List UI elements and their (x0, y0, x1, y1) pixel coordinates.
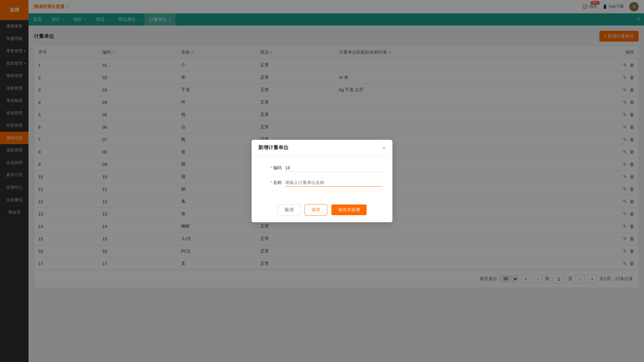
save-continue-button[interactable]: 保存并新增 (331, 204, 367, 215)
cancel-button[interactable]: 取消 (278, 204, 301, 216)
modal-close-button[interactable]: × (382, 145, 386, 151)
modal-body: 编码 名称 (252, 156, 392, 199)
modal-header: 新增计量单位 × (252, 140, 392, 156)
modal-overlay: 新增计量单位 × 编码 名称 取消 保存 保存并新增 (0, 0, 644, 362)
modal-footer: 取消 保存 保存并新增 (252, 199, 392, 222)
form-row-code: 编码 (262, 164, 382, 172)
name-input[interactable] (285, 179, 382, 187)
code-input[interactable] (285, 164, 382, 172)
code-label: 编码 (262, 165, 282, 171)
save-button[interactable]: 保存 (305, 204, 327, 216)
modal-title: 新增计量单位 (258, 144, 288, 151)
form-row-name: 名称 (262, 179, 382, 187)
name-label: 名称 (262, 180, 282, 186)
add-unit-modal: 新增计量单位 × 编码 名称 取消 保存 保存并新增 (252, 140, 392, 222)
